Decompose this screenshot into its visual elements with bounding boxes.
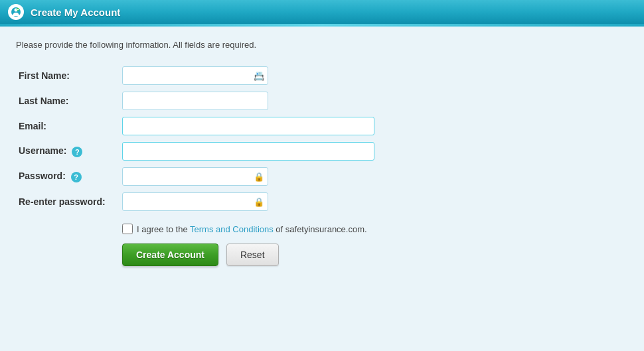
- reenter-password-wrapper: 🔒: [122, 192, 268, 211]
- reset-button[interactable]: Reset: [226, 244, 279, 266]
- terms-row: I agree to the Terms and Conditions of s…: [122, 224, 628, 234]
- reenter-password-field-cell: 🔒: [122, 189, 374, 214]
- last-name-wrapper: [122, 92, 268, 110]
- username-input[interactable]: [122, 142, 374, 161]
- username-row: Username: ?: [16, 139, 374, 164]
- password-help-icon[interactable]: ?: [71, 172, 82, 182]
- create-account-button[interactable]: Create Account: [122, 244, 218, 266]
- last-name-label: Last Name:: [16, 88, 122, 113]
- username-field-cell: [122, 139, 374, 164]
- terms-label: I agree to the Terms and Conditions of s…: [137, 224, 367, 234]
- password-wrapper: 🔒: [122, 167, 268, 186]
- password-label: Password: ?: [16, 164, 122, 189]
- password-row: Password: ? 🔒: [16, 164, 374, 189]
- title-bar: Create My Account: [0, 0, 644, 24]
- reenter-password-label: Re-enter password:: [16, 189, 122, 214]
- intro-text: Please provide the following information…: [16, 40, 628, 50]
- email-row: Email:: [16, 113, 374, 139]
- email-field-cell: [122, 113, 374, 139]
- terms-checkbox[interactable]: [122, 224, 133, 234]
- first-name-field: 📇: [122, 63, 374, 88]
- app-icon: [8, 4, 24, 20]
- last-name-input[interactable]: [122, 92, 268, 110]
- window-title: Create My Account: [31, 7, 120, 18]
- last-name-row: Last Name:: [16, 88, 374, 113]
- first-name-row: First Name: 📇: [16, 63, 374, 88]
- username-help-icon[interactable]: ?: [72, 147, 82, 157]
- first-name-wrapper: 📇: [122, 66, 268, 85]
- email-label: Email:: [16, 113, 122, 139]
- last-name-field: [122, 88, 374, 113]
- username-wrapper: [122, 142, 374, 161]
- terms-link[interactable]: Terms and Conditions: [190, 224, 274, 234]
- first-name-input[interactable]: [122, 66, 268, 85]
- password-field-cell: 🔒: [122, 164, 374, 189]
- main-window: Create My Account Please provide the fol…: [0, 0, 644, 351]
- form-content: Please provide the following information…: [0, 27, 644, 351]
- email-input[interactable]: [122, 117, 374, 135]
- username-label: Username: ?: [16, 139, 122, 164]
- button-row: Create Account Reset: [122, 244, 628, 266]
- password-input[interactable]: [122, 167, 268, 186]
- form-table: First Name: 📇 Last Name:: [16, 63, 374, 214]
- email-wrapper: [122, 117, 374, 135]
- reenter-password-row: Re-enter password: 🔒: [16, 189, 374, 214]
- reenter-password-input[interactable]: [122, 192, 268, 211]
- first-name-label: First Name:: [16, 63, 122, 88]
